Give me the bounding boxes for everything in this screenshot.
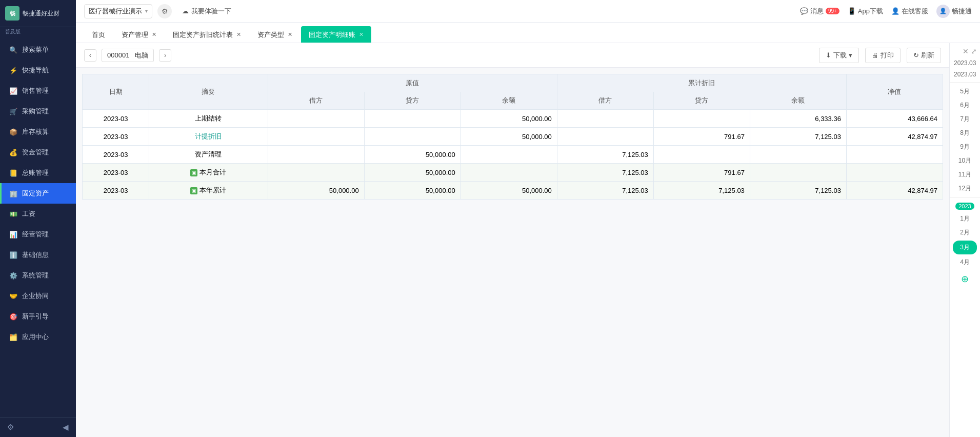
cell-summary: 资产清理 [149, 146, 268, 164]
th-orig-credit: 贷方 [364, 92, 461, 110]
user-menu[interactable]: 👤 畅捷通 [936, 5, 972, 18]
sidebar-item-fixed-assets[interactable]: 🏢 固定资产 [0, 183, 76, 204]
year-badge: 2023 [955, 203, 974, 210]
time-month-6[interactable]: 6月 [950, 98, 980, 112]
sidebar-item-label: 快捷导航 [22, 66, 49, 75]
logo-text: 畅捷通好业财 [23, 9, 59, 18]
fixed-assets-icon: 🏢 [9, 189, 18, 198]
experience-button[interactable]: ☁ 我要体验一下 [177, 5, 236, 18]
tab-home[interactable]: 首页 [84, 26, 113, 43]
toolbar-actions: ⬇ 下载 ▾ 🖨 打印 ↻ 刷新 [819, 48, 941, 63]
app-download-button[interactable]: 📱 App下载 [848, 7, 883, 16]
content-area: ‹ 000001 电脑 › ⬇ 下载 ▾ 🖨 打印 [76, 43, 980, 437]
sidebar-item-inventory[interactable]: 📦 库存核算 [0, 122, 76, 142]
message-button[interactable]: 💬 消息 99+ [800, 7, 839, 16]
cell-acc-balance [750, 146, 846, 164]
sidebar-item-system[interactable]: ⚙️ 系统管理 [0, 265, 76, 286]
print-button[interactable]: 🖨 打印 [865, 48, 901, 63]
service-icon: 👤 [891, 7, 899, 15]
print-label: 打印 [881, 51, 894, 60]
next-asset-button[interactable]: › [159, 49, 171, 62]
settings-icon[interactable]: ⚙ [7, 423, 14, 432]
collapse-icon[interactable]: ◀ [63, 423, 69, 432]
tab-depreciation-close[interactable]: ✕ [236, 31, 241, 38]
customer-service-button[interactable]: 👤 在线客服 [891, 7, 928, 16]
sidebar-item-quick-nav[interactable]: ⚡ 快捷导航 [0, 60, 76, 81]
tab-asset-mgmt[interactable]: 资产管理 ✕ [114, 26, 164, 43]
sidebar-item-label: 经营管理 [22, 230, 49, 239]
time-month-10[interactable]: 10月 [950, 154, 980, 168]
sidebar-item-salary[interactable]: 💵 工资 [0, 204, 76, 224]
refresh-button[interactable]: ↻ 刷新 [907, 48, 941, 63]
system-icon: ⚙️ [9, 271, 18, 280]
tab-depreciation-table[interactable]: 固定资产折旧统计表 ✕ [165, 26, 249, 43]
company-selector[interactable]: 医疗器械行业演示 ▾ [84, 4, 152, 18]
download-label: 下载 [833, 51, 847, 60]
table-row-yearly-summary: 2023-03 ▣本年累计 50,000.00 50,000.00 50,000… [83, 182, 943, 200]
cell-orig-credit [364, 110, 461, 128]
basic-info-icon: ℹ️ [9, 250, 18, 260]
cell-acc-balance: 7,125.03 [750, 128, 846, 146]
table-row-monthly-summary: 2023-03 ▣本月合计 50,000.00 7,125.03 791.67 [83, 164, 943, 182]
chevron-down-icon: ⊕ [961, 274, 969, 284]
sidebar-item-basic-info[interactable]: ℹ️ 基础信息 [0, 245, 76, 265]
cell-acc-balance [750, 164, 846, 182]
tab-asset-detail-close[interactable]: ✕ [359, 31, 364, 38]
message-icon: 💬 [800, 7, 808, 15]
capital-icon: 💰 [9, 148, 18, 157]
time-scroll-down[interactable]: ⊕ [950, 269, 980, 289]
experience-label: 我要体验一下 [191, 7, 231, 16]
time-month-3[interactable]: 3月 [953, 241, 977, 254]
sidebar-item-sales[interactable]: 📈 销售管理 [0, 81, 76, 101]
message-badge: 99+ [826, 8, 839, 14]
time-month-4[interactable]: 4月 [950, 255, 980, 269]
time-month-5[interactable]: 5月 [950, 85, 980, 98]
sidebar-item-capital[interactable]: 💰 资金管理 [0, 142, 76, 163]
tab-asset-type-close[interactable]: ✕ [288, 31, 292, 38]
time-month-8[interactable]: 8月 [950, 126, 980, 140]
sidebar-item-app-center[interactable]: 🗂️ 应用中心 [0, 327, 76, 347]
th-accumulated-depreciation: 累计折旧 [557, 74, 846, 92]
refresh-icon: ↻ [913, 51, 919, 59]
expand-icon[interactable]: ⤢ [971, 47, 977, 55]
close-icon[interactable]: ✕ [963, 47, 969, 55]
cell-acc-debit: 7,125.03 [557, 182, 653, 200]
time-panel-header: ✕ ⤢ [950, 43, 980, 57]
purchase-icon: 🛒 [9, 107, 18, 116]
table-container: 日期 摘要 原值 累计折旧 净值 借方 贷方 余额 借方 贷方 余额 [76, 68, 949, 437]
cell-acc-debit: 7,125.03 [557, 164, 653, 182]
user-name: 畅捷通 [952, 7, 972, 16]
tab-asset-mgmt-close[interactable]: ✕ [152, 31, 156, 38]
time-month-9[interactable]: 9月 [950, 140, 980, 154]
sidebar-item-enterprise[interactable]: 🤝 企业协同 [0, 286, 76, 306]
th-acc-credit: 贷方 [653, 92, 750, 110]
settings-button[interactable]: ⚙ [157, 4, 172, 18]
download-button[interactable]: ⬇ 下载 ▾ [819, 48, 859, 63]
sidebar-item-purchase[interactable]: 🛒 采购管理 [0, 101, 76, 122]
time-month-7[interactable]: 7月 [950, 112, 980, 126]
sidebar-item-guide[interactable]: 🎯 新手引导 [0, 306, 76, 327]
tab-asset-type[interactable]: 资产类型 ✕ [250, 26, 300, 43]
time-month-2[interactable]: 2月 [950, 226, 980, 240]
th-summary: 摘要 [149, 74, 268, 110]
sidebar-item-operations[interactable]: 📊 经营管理 [0, 224, 76, 245]
time-month-12[interactable]: 12月 [950, 182, 980, 195]
inventory-icon: 📦 [9, 127, 18, 136]
prev-asset-button[interactable]: ‹ [84, 49, 96, 62]
download-icon: ⬇ [826, 51, 831, 59]
time-month-1[interactable]: 1月 [950, 212, 980, 226]
time-month-11[interactable]: 11月 [950, 168, 980, 182]
sidebar-item-label: 搜索菜单 [22, 45, 49, 54]
cell-orig-credit: 50,000.00 [364, 164, 461, 182]
sidebar-item-search[interactable]: 🔍 搜索菜单 [0, 39, 76, 60]
customer-service-label: 在线客服 [902, 7, 928, 16]
main-area: 医疗器械行业演示 ▾ ⚙ ☁ 我要体验一下 💬 消息 99+ 📱 App下载 👤… [76, 0, 980, 437]
salary-icon: 💵 [9, 209, 18, 218]
cell-net-value [846, 164, 943, 182]
tab-asset-detail[interactable]: 固定资产明细账 ✕ [301, 26, 371, 43]
cell-orig-balance: 50,000.00 [461, 128, 557, 146]
sidebar-item-ledger[interactable]: 📒 总账管理 [0, 163, 76, 183]
th-acc-balance: 余额 [750, 92, 846, 110]
sidebar-item-label: 采购管理 [22, 107, 49, 116]
ledger-icon: 📒 [9, 168, 18, 177]
